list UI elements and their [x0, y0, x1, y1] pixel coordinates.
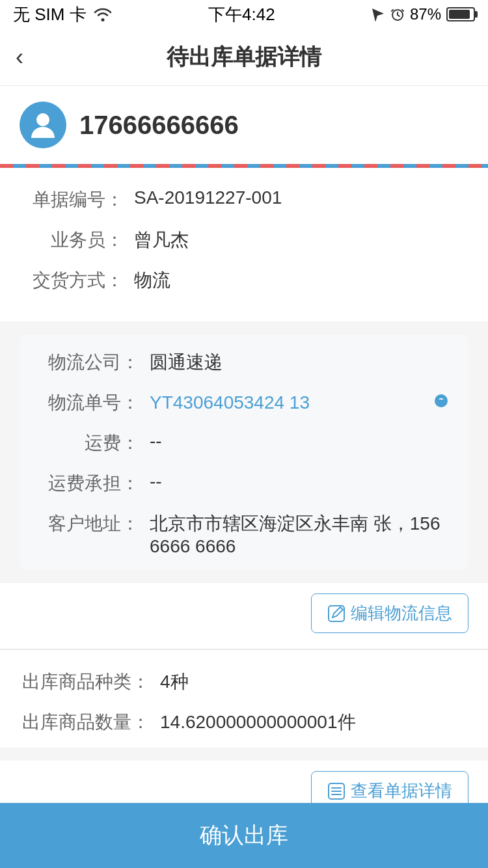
view-detail-label: 查看单据详情: [351, 780, 452, 802]
avatar: [20, 102, 66, 148]
logistics-company-label: 物流公司：: [35, 350, 139, 375]
user-phone: 17666666666: [79, 111, 239, 140]
order-info-section: 单据编号： SA-20191227-001 业务员： 曾凡杰 交货方式： 物流: [0, 168, 488, 321]
goods-qty-row: 出库商品数量： 14.620000000000001件: [20, 710, 468, 735]
delivery-method-row: 交货方式： 物流: [20, 268, 468, 293]
edit-icon: [327, 604, 346, 623]
tracking-no-value: YT43064053424 13: [150, 392, 422, 413]
wifi-icon: [93, 7, 113, 21]
status-left: 无 SIM 卡: [13, 3, 113, 26]
goods-section: 出库商品种类： 4种 出库商品数量： 14.620000000000001件: [0, 650, 488, 748]
edit-logistics-button[interactable]: 编辑物流信息: [311, 593, 468, 633]
freight-value: --: [150, 431, 453, 452]
address-value: 北京市市辖区海淀区永丰南 张，156 6666 6666: [150, 511, 453, 557]
svg-point-1: [36, 113, 49, 126]
confirm-button[interactable]: 确认出库: [0, 803, 488, 868]
time-display: 下午4:42: [208, 3, 275, 26]
freight-label: 运费：: [35, 431, 139, 455]
goods-type-value: 4种: [160, 670, 468, 694]
page-title: 待出库单据详情: [167, 42, 321, 72]
freight-row: 运费： --: [35, 431, 453, 455]
address-row: 客户地址： 北京市市辖区海淀区永丰南 张，156 6666 6666: [35, 511, 453, 557]
salesperson-label: 业务员：: [20, 228, 124, 252]
doc-no-row: 单据编号： SA-20191227-001: [20, 187, 468, 212]
salesperson-row: 业务员： 曾凡杰: [20, 228, 468, 252]
goods-qty-label: 出库商品数量：: [20, 710, 150, 735]
delivery-method-value: 物流: [134, 268, 468, 293]
nav-bar: ‹ 待出库单据详情: [0, 29, 488, 86]
edit-logistics-section: 编辑物流信息: [0, 583, 488, 649]
logistics-company-value: 圆通速递: [150, 350, 453, 375]
confirm-button-label: 确认出库: [200, 821, 288, 850]
logistics-company-row: 物流公司： 圆通速递: [35, 350, 453, 375]
doc-no-value: SA-20191227-001: [134, 187, 468, 208]
battery-icon: [446, 7, 475, 21]
delivery-method-label: 交货方式：: [20, 268, 124, 293]
status-bar: 无 SIM 卡 下午4:42 87%: [0, 0, 488, 29]
location-arrow-icon: [371, 7, 385, 21]
freight-bearer-label: 运费承担：: [35, 471, 139, 496]
goods-type-row: 出库商品种类： 4种: [20, 670, 468, 694]
freight-bearer-value: --: [150, 471, 453, 492]
user-header: 17666666666: [0, 86, 488, 164]
battery-percent: 87%: [410, 5, 441, 23]
person-icon: [27, 109, 59, 141]
tracking-no-row: 物流单号： YT43064053424 13: [35, 390, 453, 415]
status-right: 87%: [371, 5, 475, 23]
freight-bearer-row: 运费承担： --: [35, 471, 453, 496]
alarm-icon: [390, 7, 405, 21]
goods-qty-value: 14.620000000000001件: [160, 710, 468, 735]
logistics-card: 物流公司： 圆通速递 物流单号： YT43064053424 13 运费： --…: [20, 334, 468, 570]
goods-type-label: 出库商品种类：: [20, 670, 150, 694]
map-pin-icon[interactable]: [429, 391, 453, 414]
address-label: 客户地址：: [35, 511, 139, 536]
salesperson-value: 曾凡杰: [134, 228, 468, 252]
list-icon: [327, 782, 346, 800]
doc-no-label: 单据编号：: [20, 187, 124, 212]
edit-logistics-label: 编辑物流信息: [351, 602, 452, 625]
back-button[interactable]: ‹: [16, 44, 23, 71]
carrier-text: 无 SIM 卡: [13, 3, 87, 26]
tracking-no-label: 物流单号：: [35, 390, 139, 415]
